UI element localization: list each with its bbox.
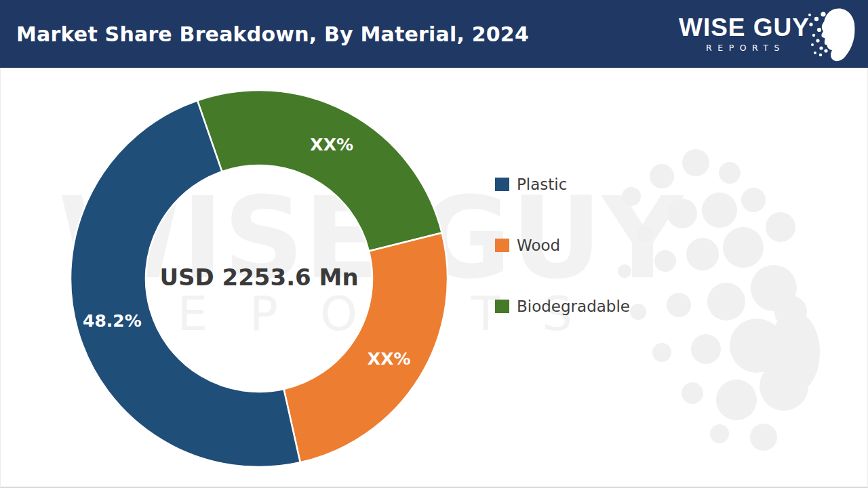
logo-wordmark: WISE GUY REPORTS	[679, 15, 810, 53]
page-title: Market Share Breakdown, By Material, 202…	[16, 22, 529, 46]
legend-label: Wood	[517, 237, 560, 254]
logo-face-icon	[806, 5, 857, 62]
legend: Plastic Wood Biodegradable	[495, 176, 630, 359]
legend-swatch-biodegradable	[495, 300, 509, 313]
donut-center-value: USD 2253.6 Mn	[159, 264, 358, 291]
legend-swatch-plastic	[495, 178, 509, 191]
legend-item-plastic: Plastic	[495, 176, 630, 193]
logo-name: WISE GUY	[679, 15, 810, 40]
legend-swatch-wood	[495, 239, 509, 252]
donut-segment-biodegradable	[197, 90, 442, 251]
chart-area: WISE GUY REPORTS XX%XX%48.2% USD 2253.6 …	[0, 68, 868, 488]
wise-guy-logo: WISE GUY REPORTS	[679, 5, 857, 62]
segment-percent-label-wood: XX%	[368, 349, 411, 369]
legend-item-biodegradable: Biodegradable	[495, 298, 630, 315]
segment-percent-label-plastic: 48.2%	[83, 311, 142, 331]
legend-item-wood: Wood	[495, 237, 630, 254]
legend-label: Biodegradable	[517, 298, 630, 315]
logo-subtitle: REPORTS	[679, 43, 810, 53]
legend-label: Plastic	[517, 176, 567, 193]
header-bar: Market Share Breakdown, By Material, 202…	[0, 0, 868, 68]
segment-percent-label-biodegradable: XX%	[310, 135, 353, 155]
report-page: { "header": { "title": "Market Share Bre…	[0, 0, 868, 488]
